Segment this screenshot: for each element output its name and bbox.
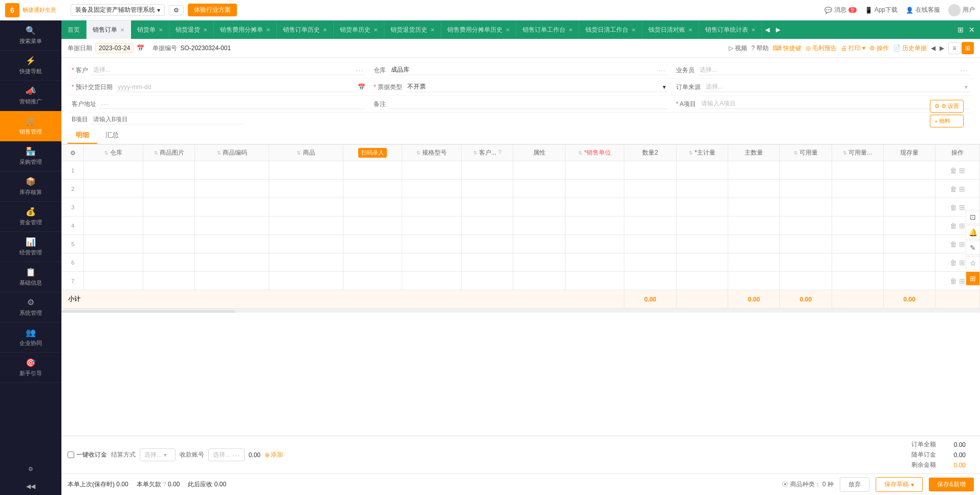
delete-row-btn-2[interactable]: 🗑	[950, 185, 957, 193]
sidebar-settings[interactable]: ⚙	[0, 461, 61, 478]
row-code[interactable]	[195, 161, 269, 180]
copy-row-btn-7[interactable]: ⊞	[959, 277, 965, 285]
row-main-unit[interactable]	[676, 161, 728, 180]
order-source-input[interactable]: 选择... ▾	[704, 82, 970, 92]
sidebar-item-nav[interactable]: ⚡ 快捷导航	[0, 51, 61, 81]
row-product[interactable]	[269, 161, 343, 180]
settings-side-btn[interactable]: ⚙ ⚙ 设置	[930, 100, 964, 113]
tab-nav-prev[interactable]: ◀	[762, 26, 773, 33]
delete-row-btn-6[interactable]: 🗑	[950, 259, 957, 267]
sidebar-item-system[interactable]: ⚙ 系统管理	[0, 292, 61, 322]
float-btn-2[interactable]: 🔔	[966, 225, 980, 240]
online-service-btn[interactable]: 👤 在线客服	[906, 6, 940, 14]
note-input[interactable]	[389, 99, 667, 109]
tab-sales-return[interactable]: 销货退货 ✕	[169, 20, 214, 39]
tab-expense-history[interactable]: 销售费用分摊单历史 ✕	[441, 20, 516, 39]
save-draft-btn[interactable]: 保存草稿 ▾	[876, 477, 923, 492]
sidebar-item-enterprise[interactable]: 👥 企业协同	[0, 322, 61, 353]
customer-input[interactable]: 选择... ···	[91, 65, 365, 75]
row-main-qty[interactable]	[728, 161, 780, 180]
sidebar-item-guide[interactable]: 🎯 新手引导	[0, 353, 61, 383]
delivery-input[interactable]: yyyy-mm-dd	[116, 82, 355, 92]
one-click-checkbox-label[interactable]: 一键收订金	[68, 450, 107, 459]
row-cust-code[interactable]	[462, 161, 513, 180]
tab-close-expense-history[interactable]: ✕	[506, 27, 510, 33]
tab-summary[interactable]: 汇总	[97, 127, 127, 144]
tab-home[interactable]: 首页	[61, 20, 86, 39]
discard-btn[interactable]: 放弃	[840, 477, 869, 492]
row-scan[interactable]	[343, 161, 402, 180]
row-qty2[interactable]	[624, 161, 676, 180]
sidebar-item-marketing[interactable]: 📣 营销推广	[0, 81, 61, 111]
nav-right-btn[interactable]: ▶	[940, 45, 944, 52]
tab-close-return-history[interactable]: ✕	[430, 27, 434, 33]
tab-order-history[interactable]: 销售订单历史 ✕	[277, 20, 334, 39]
sidebar-collapse-btn[interactable]: ◀◀	[0, 478, 61, 495]
history-btn[interactable]: 📄 历史单据	[893, 44, 927, 53]
calendar-icon[interactable]: 📅	[137, 45, 144, 52]
copy-row-btn-2[interactable]: ⊞	[959, 185, 965, 193]
row-spec[interactable]	[402, 161, 462, 180]
add-payment-btn[interactable]: ⊕ 添加	[265, 450, 283, 459]
row-available2[interactable]	[832, 161, 883, 180]
tab-sales-order[interactable]: 销售订单 ✕	[86, 20, 131, 39]
tab-sales-invoice[interactable]: 销货单 ✕	[131, 20, 169, 39]
tab-order-workbench[interactable]: 销售订单工作台 ✕	[516, 20, 579, 39]
a-project-input[interactable]: 请输入A项目	[699, 99, 970, 109]
scan-btn[interactable]: 扫码录入	[358, 148, 387, 158]
tab-daily-reconcile[interactable]: 钱货日清对账 ✕	[642, 20, 699, 39]
tab-daily-workbench[interactable]: 钱货日清工作台 ✕	[579, 20, 642, 39]
warehouse-input[interactable]: 成品库 ···	[389, 65, 667, 75]
save-new-btn[interactable]: 保存&新增	[929, 478, 974, 491]
sidebar-item-sales[interactable]: 🛒 销售管理	[0, 111, 61, 141]
row-available[interactable]	[780, 161, 832, 180]
delete-row-btn-7[interactable]: 🗑	[950, 277, 957, 285]
help-btn[interactable]: ? 帮助	[751, 44, 769, 53]
row-current[interactable]	[883, 161, 935, 180]
app-download-btn[interactable]: 📱 App下载	[865, 6, 898, 14]
video-btn[interactable]: ▷ 视频	[729, 44, 747, 53]
tab-expand-btn[interactable]: ⊞	[955, 25, 966, 35]
sidebar-item-basic[interactable]: 📋 基础信息	[0, 262, 61, 292]
sidebar-item-finance[interactable]: 💰 资金管理	[0, 202, 61, 232]
settings-icon-btn[interactable]: ⚙	[169, 5, 184, 15]
scroll-bar[interactable]	[61, 309, 980, 313]
float-btn-4[interactable]: ☆	[966, 256, 980, 270]
operation-btn[interactable]: ⚙ 操作	[869, 44, 889, 53]
tab-close-daily-workbench[interactable]: ✕	[631, 27, 636, 33]
user-area[interactable]: 用户	[948, 4, 975, 16]
sidebar-item-search[interactable]: 🔍 搜索菜单	[0, 20, 61, 51]
delete-row-btn-3[interactable]: 🗑	[950, 203, 957, 211]
staff-input[interactable]: 选择... ···	[698, 65, 970, 75]
sidebar-item-inventory[interactable]: 📦 库存核算	[0, 171, 61, 202]
address-input[interactable]: ···	[99, 99, 365, 109]
industry-btn[interactable]: 体验行业方案	[188, 4, 237, 16]
float-btn-1[interactable]: ⊡	[966, 210, 980, 224]
date-value[interactable]: 2023-03-24	[95, 43, 134, 53]
delete-row-btn[interactable]: 🗑	[950, 166, 957, 175]
tab-close-sales-order[interactable]: ✕	[120, 27, 124, 33]
tab-close-all-btn[interactable]: ✕	[967, 25, 977, 35]
card-view-btn[interactable]: ⊞	[962, 42, 974, 54]
row-unit[interactable]	[565, 161, 624, 180]
col-settings[interactable]: ⚙	[62, 145, 84, 161]
copy-row-btn-4[interactable]: ⊞	[959, 222, 965, 230]
tab-close-sales-stats[interactable]: ✕	[751, 27, 755, 33]
float-btn-5[interactable]: ⊞	[966, 271, 980, 286]
tab-close-order-workbench[interactable]: ✕	[569, 27, 573, 33]
ticket-select[interactable]: 不开票 ▾	[405, 82, 667, 92]
copy-row-btn-5[interactable]: ⊞	[959, 240, 965, 248]
tab-detail[interactable]: 明细	[68, 127, 97, 144]
system-selector[interactable]: 装备及固定资产辅助管理系统 ▾	[71, 4, 165, 16]
tab-close-sales-return[interactable]: ✕	[203, 27, 207, 33]
tab-invoice-history[interactable]: 销货单历史 ✕	[334, 20, 384, 39]
tab-return-history[interactable]: 销货退货历史 ✕	[384, 20, 441, 39]
delivery-calendar-icon[interactable]: 📅	[358, 83, 365, 91]
nav-left-btn[interactable]: ◀	[931, 45, 935, 52]
copy-row-btn[interactable]: ⊞	[959, 166, 965, 175]
sidebar-item-operations[interactable]: 📊 经营管理	[0, 232, 61, 262]
account-select[interactable]: 选择... ···	[208, 448, 245, 461]
delete-row-btn-4[interactable]: 🗑	[950, 222, 957, 230]
b-project-input[interactable]	[91, 115, 245, 124]
sidebar-item-purchase[interactable]: 🏪 采购管理	[0, 141, 61, 171]
